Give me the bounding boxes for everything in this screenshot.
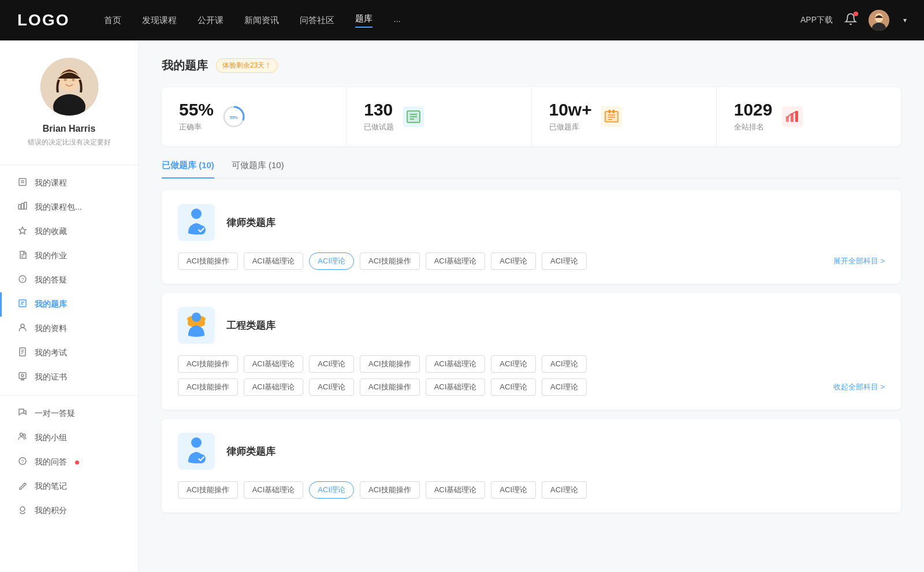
sidebar-item-my-qa[interactable]: ? 我的答疑 — [0, 268, 138, 292]
tag-item[interactable]: ACI理论 — [491, 252, 536, 270]
tag-item[interactable]: ACI理论 — [491, 355, 536, 373]
stat-ranking: 1029 全站排名 — [717, 87, 901, 146]
tag-item[interactable]: ACI技能操作 — [178, 481, 238, 499]
svg-rect-50 — [613, 110, 614, 113]
sidebar-item-my-group[interactable]: 我的小组 — [0, 426, 138, 450]
collapse-link-engineer[interactable]: 收起全部科目 > — [833, 382, 885, 392]
tag-item[interactable]: ACI理论 — [491, 481, 536, 499]
card-lawyer-2-tags: ACI技能操作 ACI基础理论 ACI理论 ACI技能操作 ACI基础理论 AC… — [178, 481, 587, 499]
nav-qa[interactable]: 问答社区 — [300, 15, 334, 26]
stat-accuracy-label: 正确率 — [179, 122, 214, 132]
tag-item[interactable]: ACI基础理论 — [426, 252, 486, 270]
sidebar-item-certificate[interactable]: 我的证书 — [0, 365, 138, 389]
tag-item[interactable]: ACI理论 — [309, 355, 354, 373]
page-title: 我的题库 — [162, 58, 208, 73]
tag-item[interactable]: ACI理论 — [542, 355, 587, 373]
favorites-label: 我的收藏 — [35, 226, 67, 237]
card-lawyer-2: 律师类题库 ACI技能操作 ACI基础理论 ACI理论 ACI技能操作 ACI基… — [162, 419, 901, 512]
notification-bell[interactable] — [844, 13, 857, 28]
app-download-button[interactable]: APP下载 — [800, 15, 833, 25]
sidebar-divider-top — [0, 165, 138, 165]
tag-item[interactable]: ACI基础理论 — [426, 378, 486, 396]
sidebar-item-homework[interactable]: 我的作业 — [0, 244, 138, 268]
navbar: LOGO 首页 发现课程 公开课 新闻资讯 问答社区 题库 ··· APP下载 — [0, 0, 924, 40]
tag-item[interactable]: ACI基础理论 — [244, 355, 304, 373]
nav-question-bank[interactable]: 题库 — [355, 13, 372, 28]
stat-ranking-label: 全站排名 — [734, 122, 773, 132]
tag-item[interactable]: ACI基础理论 — [426, 481, 486, 499]
tag-item-active[interactable]: ACI理论 — [309, 252, 354, 270]
svg-point-59 — [191, 437, 202, 448]
sidebar-item-my-points[interactable]: 我的积分 — [0, 499, 138, 523]
tag-item-active[interactable]: ACI理论 — [309, 481, 354, 499]
sidebar-username: Brian Harris — [43, 124, 96, 134]
stats-row: 55% 正确率 55% 130 已做试题 — [162, 87, 901, 146]
nav-news[interactable]: 新闻资讯 — [244, 15, 279, 26]
sidebar-item-course-package[interactable]: 我的课程包... — [0, 195, 138, 220]
tag-item[interactable]: ACI技能操作 — [178, 355, 238, 373]
tag-item[interactable]: ACI技能操作 — [178, 378, 238, 396]
svg-point-60 — [196, 454, 206, 463]
done-banks-icon — [601, 106, 622, 127]
tag-item[interactable]: ACI技能操作 — [360, 252, 420, 270]
card-engineer-tags-row2-container: ACI技能操作 ACI基础理论 ACI理论 ACI技能操作 ACI基础理论 AC… — [178, 378, 885, 396]
tag-item[interactable]: ACI理论 — [491, 378, 536, 396]
nav-home[interactable]: 首页 — [104, 15, 121, 26]
tag-item[interactable]: ACI理论 — [542, 252, 587, 270]
my-courses-label: 我的课程 — [35, 178, 67, 188]
nav-open-courses[interactable]: 公开课 — [198, 15, 223, 26]
sidebar-menu: 我的课程 我的课程包... 我的收藏 — [0, 171, 138, 523]
my-exam-label: 我的考试 — [35, 348, 67, 358]
tag-item[interactable]: ACI技能操作 — [360, 378, 420, 396]
my-notes-label: 我的笔记 — [35, 481, 67, 492]
svg-point-34 — [20, 507, 25, 511]
profile-avatar — [40, 58, 98, 116]
sidebar-motto: 错误的决定比没有决定要好 — [28, 138, 111, 147]
tag-item[interactable]: ACI基础理论 — [244, 252, 304, 270]
my-points-label: 我的积分 — [35, 506, 67, 516]
sidebar-item-my-profile[interactable]: 我的资料 — [0, 317, 138, 341]
tab-done-banks[interactable]: 已做题库 (10) — [162, 160, 214, 178]
stat-ranking-text: 1029 全站排名 — [734, 101, 773, 132]
sidebar-item-favorites[interactable]: 我的收藏 — [0, 220, 138, 244]
svg-text:?: ? — [21, 277, 24, 283]
avatar-chevron[interactable]: ▾ — [903, 16, 907, 24]
sidebar-profile: Brian Harris 错误的决定比没有决定要好 — [0, 58, 138, 159]
tag-item[interactable]: ACI理论 — [309, 378, 354, 396]
sidebar-item-my-questions[interactable]: ? 我的问答 — [0, 450, 138, 474]
my-questions-label: 我的问答 — [35, 457, 67, 467]
layout: Brian Harris 错误的决定比没有决定要好 我的课程 — [0, 0, 924, 572]
navbar-right: APP下载 ▾ — [800, 10, 907, 31]
tag-item[interactable]: ACI基础理论 — [244, 481, 304, 499]
logo[interactable]: LOGO — [17, 11, 69, 29]
tag-item[interactable]: ACI理论 — [542, 378, 587, 396]
certificate-icon — [17, 372, 28, 383]
tag-item[interactable]: ACI理论 — [542, 481, 587, 499]
sidebar-item-my-courses[interactable]: 我的课程 — [0, 171, 138, 195]
svg-marker-14 — [19, 227, 26, 234]
ranking-icon — [782, 106, 803, 127]
my-group-label: 我的小组 — [35, 433, 67, 443]
nav-menu: 首页 发现课程 公开课 新闻资讯 问答社区 题库 ··· — [104, 13, 800, 28]
sidebar-item-my-exam[interactable]: 我的考试 — [0, 341, 138, 365]
avatar[interactable] — [869, 10, 889, 31]
expand-link-1[interactable]: 展开全部科目 > — [833, 256, 885, 266]
nav-courses[interactable]: 发现课程 — [142, 15, 177, 26]
stat-done-banks-value: 10w+ — [549, 101, 592, 118]
1on1-qa-label: 一对一答疑 — [35, 408, 75, 419]
sidebar-item-1on1-qa[interactable]: 一对一答疑 — [0, 402, 138, 426]
tag-item[interactable]: ACI技能操作 — [360, 481, 420, 499]
tag-item[interactable]: ACI基础理论 — [426, 355, 486, 373]
nav-more[interactable]: ··· — [393, 16, 401, 25]
tab-available-banks[interactable]: 可做题库 (10) — [232, 160, 284, 178]
svg-point-30 — [23, 434, 25, 436]
svg-point-58 — [192, 313, 201, 322]
tag-item[interactable]: ACI技能操作 — [360, 355, 420, 373]
sidebar-item-question-bank[interactable]: 我的题库 — [0, 292, 138, 317]
tag-item[interactable]: ACI技能操作 — [178, 252, 238, 270]
card-lawyer-2-header: 律师类题库 — [178, 433, 885, 470]
my-group-icon — [17, 432, 28, 444]
svg-rect-27 — [19, 373, 26, 378]
sidebar-item-my-notes[interactable]: 我的笔记 — [0, 474, 138, 499]
tag-item[interactable]: ACI基础理论 — [244, 378, 304, 396]
